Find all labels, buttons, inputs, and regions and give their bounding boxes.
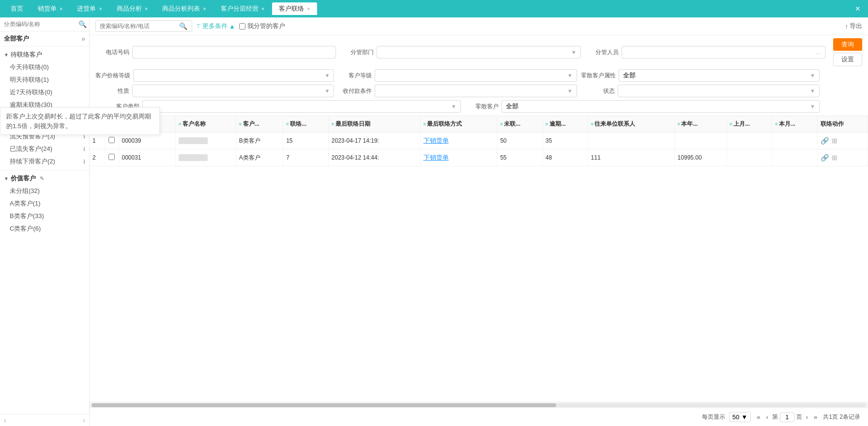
per-page-select[interactable]: 50 ▼ <box>729 412 751 422</box>
sidebar-item-class-a[interactable]: A类客户(1) <box>0 197 89 210</box>
contacts-sort-icon[interactable]: ≡ <box>591 121 594 127</box>
next-page-btn[interactable]: › <box>804 412 810 422</box>
row1-action-icons: 🔗 ⊞ <box>821 137 865 145</box>
contact-sort-icon[interactable]: ≡ <box>286 121 289 127</box>
row2-last-method[interactable]: 下销货单 <box>420 149 497 166</box>
nav-purchase-close[interactable]: × <box>99 6 102 12</box>
last-month-sort-icon[interactable]: ≡ <box>730 121 732 127</box>
scroll-thumb[interactable] <box>91 403 556 407</box>
search-input[interactable] <box>100 23 177 29</box>
gender-select[interactable]: ▼ <box>132 85 334 97</box>
query-btn[interactable]: 查询 <box>833 38 862 51</box>
row1-link-icon[interactable]: 🔗 <box>821 137 829 145</box>
nav-product-analysis-close[interactable]: × <box>145 6 148 12</box>
last-page-btn[interactable]: » <box>812 412 819 422</box>
filter-person-select[interactable]: … <box>622 46 825 59</box>
row2-select[interactable] <box>108 154 115 160</box>
pending-label: 待联络客户 <box>11 50 42 59</box>
first-page-btn[interactable]: « <box>755 412 762 422</box>
row2-method-link[interactable]: 下销货单 <box>424 154 449 161</box>
last-method-sort-icon[interactable]: ≡ <box>424 121 426 127</box>
nav-product-analysis[interactable]: 商品分析 × <box>110 2 154 15</box>
name-sort-icon[interactable]: ≡ <box>179 121 182 127</box>
filter-customer-level: 客户等级 ▼ <box>338 69 577 82</box>
window-close-btn[interactable]: × <box>851 4 864 14</box>
row2-this-month <box>772 149 818 166</box>
sidebar-prev-arrow[interactable]: ‹ <box>4 416 6 424</box>
nav-customer-tier[interactable]: 客户分层经营 × <box>214 2 271 15</box>
search-icon[interactable]: 🔍 <box>179 22 187 30</box>
nav-customer-contact[interactable]: 客户联络 × <box>272 2 317 15</box>
filter-phone-input[interactable] <box>132 46 336 59</box>
declining-label: 持续下滑客户(2) <box>10 157 55 166</box>
row1-grid-icon[interactable]: ⊞ <box>832 137 838 145</box>
row2-grid-icon[interactable]: ⊞ <box>832 154 838 162</box>
churned-info-icon[interactable]: ℹ <box>83 146 85 152</box>
declining-info-icon[interactable]: ℹ <box>83 159 85 165</box>
filter-person-label: 分管人员 <box>585 48 619 57</box>
table-row: 1 000039 B类客户 15 2023-04-17 14:19: 下销货单 <box>90 132 868 149</box>
settings-btn[interactable]: 设置 <box>833 53 862 66</box>
all-customers-label: 全部客户 <box>4 34 29 43</box>
row1-last-method[interactable]: 下销货单 <box>420 132 497 149</box>
sidebar-item-class-b[interactable]: B类客户(33) <box>0 210 89 222</box>
sidebar-search-icon[interactable]: 🔍 <box>78 20 87 28</box>
row1-this-month <box>772 132 818 149</box>
customer-level-select[interactable]: ▼ <box>375 69 577 82</box>
nav-customer-tier-close[interactable]: × <box>261 6 264 12</box>
filter-retail-attr: 零散客户属性 全部 ▼ <box>581 69 820 82</box>
price-level-select[interactable]: ▼ <box>133 69 334 82</box>
sidebar-item-unclassified[interactable]: 未分组(32) <box>0 185 89 197</box>
nav-home[interactable]: 首页 <box>4 2 30 15</box>
class-c-label: C类客户(6) <box>10 224 41 233</box>
my-customers-checkbox[interactable] <box>239 23 245 29</box>
export-btn[interactable]: ↑ 导出 <box>845 22 863 30</box>
sidebar-item-churned[interactable]: 已流失客户(24) ℹ <box>0 143 89 155</box>
nav-product-list[interactable]: 商品分析列表 × <box>155 2 213 15</box>
sidebar-all-customers[interactable]: 全部客户 » <box>0 31 89 46</box>
year-sort-icon[interactable]: ≡ <box>678 121 681 127</box>
sidebar-item-7days[interactable]: 近7天待联络(0) <box>0 86 89 99</box>
nav-customer-contact-close[interactable]: × <box>307 6 310 12</box>
row1-select[interactable] <box>108 137 115 143</box>
unliaison-sort-icon[interactable]: ≡ <box>500 121 503 127</box>
payment-select[interactable]: ▼ <box>375 85 577 97</box>
last-date-sort-icon[interactable]: ≡ <box>332 121 335 127</box>
nav-sales[interactable]: 销货单 × <box>31 2 69 15</box>
type-sort-icon[interactable]: ≡ <box>239 121 242 127</box>
sidebar-item-today[interactable]: 今天待联络(0) <box>0 61 89 73</box>
sidebar-item-declining[interactable]: 持续下滑客户(2) ℹ <box>0 155 89 168</box>
retail-customer-select[interactable]: 全部 ▼ <box>502 100 820 113</box>
customer-type-select[interactable]: ▼ <box>142 100 460 113</box>
horizontal-scrollbar[interactable] <box>90 402 868 408</box>
nav-sales-close[interactable]: × <box>60 6 62 12</box>
prev-page-btn[interactable]: ‹ <box>764 412 770 422</box>
pending-section-title[interactable]: ▼ 待联络客户 <box>0 48 89 61</box>
current-page-input[interactable] <box>780 412 794 422</box>
sidebar-item-class-c[interactable]: C类客户(6) <box>0 222 89 235</box>
nav-purchase[interactable]: 进货单 × <box>70 2 108 15</box>
value-group-edit[interactable]: ✎ <box>40 176 44 182</box>
more-filters-btn[interactable]: ⊤ 更多条件 ▲ <box>196 22 235 30</box>
row1-last-date: 2023-04-17 14:19: <box>328 132 420 149</box>
sidebar-collapse-icon[interactable]: » <box>81 35 85 43</box>
overdue-sort-icon[interactable]: ≡ <box>546 121 548 127</box>
row1-name <box>176 132 236 149</box>
sidebar-next-arrow[interactable]: › <box>83 416 85 424</box>
sidebar-item-tomorrow[interactable]: 明天待联络(1) <box>0 73 89 86</box>
value-group-arrow: ▼ <box>4 176 9 181</box>
nav-product-list-close[interactable]: × <box>203 6 206 12</box>
row2-checkbox[interactable] <box>105 149 119 166</box>
row2-name <box>176 149 236 166</box>
this-month-sort-icon[interactable]: ≡ <box>775 121 778 127</box>
retail-attr-select[interactable]: 全部 ▼ <box>619 69 820 82</box>
action-buttons: 查询 设置 <box>833 38 862 66</box>
filter-phone-label: 电话号码 <box>95 48 129 57</box>
value-customers-group[interactable]: ▼ 价值客户 ✎ <box>0 172 89 185</box>
sidebar-search-input[interactable] <box>4 21 76 28</box>
row2-link-icon[interactable]: 🔗 <box>821 154 829 162</box>
status-select[interactable]: ▼ <box>618 85 820 97</box>
row1-method-link[interactable]: 下销货单 <box>424 137 449 144</box>
filter-dept-select[interactable]: ▼ <box>377 46 580 59</box>
col-this-month: ≡本月... <box>772 116 818 132</box>
